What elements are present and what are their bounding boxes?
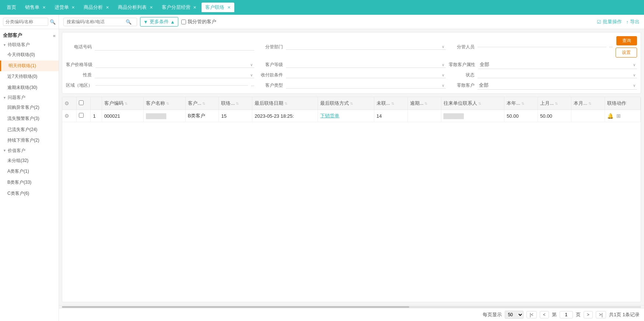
person-more-icon[interactable]: ··· bbox=[609, 45, 613, 49]
sort-icon[interactable]: ⇅ bbox=[521, 101, 524, 106]
per-page-select[interactable]: 50 100 200 bbox=[505, 311, 524, 319]
sidebar-item-tomorrow-contact[interactable]: 明天待联络(1) bbox=[0, 61, 59, 72]
col-last-date[interactable]: 最后联络日期⇅ bbox=[252, 97, 318, 110]
last-page-button[interactable]: >| bbox=[596, 311, 606, 318]
filter-icon: ▼ bbox=[143, 19, 148, 25]
sort-icon[interactable]: ⇅ bbox=[166, 101, 169, 106]
sidebar-item-churned[interactable]: 已流失客户(24) bbox=[0, 124, 59, 135]
problem-customers-group[interactable]: 问题客户 bbox=[0, 93, 59, 102]
more-filter-button[interactable]: ▼ 更多条件 ▲ bbox=[140, 17, 178, 27]
region-more-icon[interactable]: ··· bbox=[251, 83, 254, 88]
col-type[interactable]: 客户...⇅ bbox=[185, 97, 219, 110]
nav-customer-contact[interactable]: 客户联络 ✕ bbox=[202, 3, 234, 12]
nav-product-analysis[interactable]: 商品分析 ✕ bbox=[80, 3, 113, 12]
table-footer: 每页显示 50 100 200 |< < 第 页 > >| 共1页 1条记录 bbox=[59, 308, 644, 321]
search-input[interactable] bbox=[67, 19, 126, 24]
nav-customer-segmentation[interactable]: 客户分层经营 ✕ bbox=[158, 3, 200, 12]
scrollbar-thumb[interactable] bbox=[62, 306, 409, 308]
gender-select[interactable]: ∨ bbox=[95, 72, 254, 78]
sidebar-item-ungrouped[interactable]: 未分组(32) bbox=[0, 155, 59, 166]
col-this-month[interactable]: 本月...⇅ bbox=[571, 97, 605, 110]
sidebar-item-today-contact[interactable]: 今天待联络(0) bbox=[0, 49, 59, 61]
prev-page-button[interactable]: < bbox=[540, 311, 549, 318]
col-gear[interactable]: ⚙ bbox=[62, 97, 76, 110]
row-checkbox[interactable] bbox=[79, 113, 84, 118]
row-checkbox[interactable] bbox=[76, 110, 91, 122]
sidebar-item-c-class[interactable]: C类客户(6) bbox=[0, 188, 59, 199]
sort-icon[interactable]: ⇅ bbox=[236, 101, 239, 106]
sidebar-item-declining[interactable]: 持续下滑客户(2) bbox=[0, 135, 59, 146]
col-last-month[interactable]: 上月...⇅ bbox=[538, 97, 571, 110]
check-icon: ☑ bbox=[597, 19, 601, 25]
customer-level-select[interactable]: ∨ bbox=[286, 62, 445, 68]
dept-select[interactable]: ∨ bbox=[286, 44, 445, 50]
nav-home[interactable]: 首页 bbox=[3, 3, 20, 12]
horizontal-scrollbar[interactable] bbox=[59, 305, 644, 308]
col-checkbox[interactable] bbox=[76, 97, 91, 110]
sort-icon[interactable]: ⇅ bbox=[350, 101, 353, 106]
page-input[interactable] bbox=[560, 311, 573, 318]
pending-contact-group[interactable]: 待联络客户 bbox=[0, 40, 59, 49]
value-customers-group[interactable]: 价值客户 bbox=[0, 146, 59, 155]
sort-icon[interactable]: ⇅ bbox=[555, 101, 558, 106]
reset-button[interactable]: 设置 bbox=[616, 48, 637, 58]
sort-icon[interactable]: ⇅ bbox=[424, 101, 427, 106]
contact-action-icon[interactable]: 🔔 bbox=[607, 113, 613, 119]
more-action-icon[interactable]: ⊞ bbox=[616, 113, 621, 119]
retail-customer-select[interactable]: 全部∨ bbox=[477, 81, 637, 90]
sidebar-search-icon[interactable]: 🔍 bbox=[50, 19, 56, 25]
nav-product-analysis-list[interactable]: 商品分析列表 ✕ bbox=[114, 3, 157, 12]
phone-input[interactable] bbox=[95, 44, 254, 51]
payment-select[interactable]: ∨ bbox=[286, 72, 445, 78]
row-last-method[interactable]: 下销货单 bbox=[318, 110, 374, 122]
sort-icon[interactable]: ⇅ bbox=[391, 101, 394, 106]
export-button[interactable]: ↑ 导出 bbox=[626, 18, 640, 25]
sidebar-item-overdue-contact[interactable]: 逾期未联络(30) bbox=[0, 82, 59, 93]
col-no-contact[interactable]: 未联...⇅ bbox=[374, 97, 407, 110]
close-icon[interactable]: ✕ bbox=[227, 5, 231, 10]
status-select[interactable]: ∨ bbox=[477, 72, 637, 78]
close-icon[interactable]: ✕ bbox=[193, 5, 196, 10]
nav-sales[interactable]: 销售单 ✕ bbox=[21, 3, 49, 12]
col-code[interactable]: 客户编码⇅ bbox=[102, 97, 144, 110]
sort-icon[interactable]: ⇅ bbox=[478, 101, 481, 106]
first-page-button[interactable]: |< bbox=[526, 311, 537, 318]
close-icon[interactable]: ✕ bbox=[71, 5, 75, 10]
sidebar-item-b-class[interactable]: B类客户(33) bbox=[0, 177, 59, 188]
next-page-button[interactable]: > bbox=[584, 311, 593, 318]
col-company-contact[interactable]: 往来单位联系人⇅ bbox=[441, 97, 504, 110]
sidebar-item-abnormal-repurchase[interactable]: 回购异常客户(2) bbox=[0, 102, 59, 113]
col-overdue[interactable]: 逾期...⇅ bbox=[407, 97, 441, 110]
retail-attr-select[interactable]: 全部∨ bbox=[478, 61, 637, 69]
sort-icon[interactable]: ⇅ bbox=[125, 101, 127, 106]
all-customers-title[interactable]: 全部客户 « bbox=[0, 29, 59, 40]
filter-retail-customer-row: 零散客户 全部∨ bbox=[449, 81, 637, 90]
sidebar-item-churn-warning[interactable]: 流失预警客户(3) bbox=[0, 113, 59, 124]
search-button[interactable]: 🔍 bbox=[126, 19, 132, 25]
row-gear[interactable]: ⚙ bbox=[62, 110, 76, 122]
row-name[interactable]: ██████ bbox=[144, 110, 186, 122]
batch-operation-button[interactable]: ☑ 批量操作 bbox=[597, 18, 622, 25]
col-last-method[interactable]: 最后联络方式⇅ bbox=[318, 97, 374, 110]
sort-icon[interactable]: ⇅ bbox=[202, 101, 205, 106]
my-customers-checkbox[interactable] bbox=[181, 20, 186, 24]
close-icon[interactable]: ✕ bbox=[42, 5, 46, 10]
price-level-select[interactable]: ∨ bbox=[95, 62, 254, 68]
sort-icon[interactable]: ⇅ bbox=[284, 101, 287, 106]
collapse-icon[interactable]: « bbox=[53, 33, 56, 38]
customer-type-select[interactable]: ∨ bbox=[286, 83, 445, 89]
col-name[interactable]: 客户名称⇅ bbox=[144, 97, 186, 110]
close-icon[interactable]: ✕ bbox=[106, 5, 109, 10]
query-button[interactable]: 查询 bbox=[616, 36, 637, 45]
sidebar-item-a-class[interactable]: A类客户(1) bbox=[0, 166, 59, 177]
my-customers-checkbox-wrap[interactable]: 我分管的客户 bbox=[181, 18, 216, 25]
close-icon[interactable]: ✕ bbox=[150, 5, 153, 10]
sidebar-item-7days-contact[interactable]: 近7天待联络(0) bbox=[0, 71, 59, 82]
sidebar-search-input[interactable] bbox=[3, 18, 48, 26]
col-contact[interactable]: 联络...⇅ bbox=[219, 97, 252, 110]
select-all-checkbox[interactable] bbox=[79, 100, 84, 105]
scrollbar-track[interactable] bbox=[62, 306, 641, 308]
nav-purchase[interactable]: 进货单 ✕ bbox=[51, 3, 79, 12]
col-this-year[interactable]: 本年...⇅ bbox=[504, 97, 538, 110]
sort-icon[interactable]: ⇅ bbox=[588, 101, 591, 106]
